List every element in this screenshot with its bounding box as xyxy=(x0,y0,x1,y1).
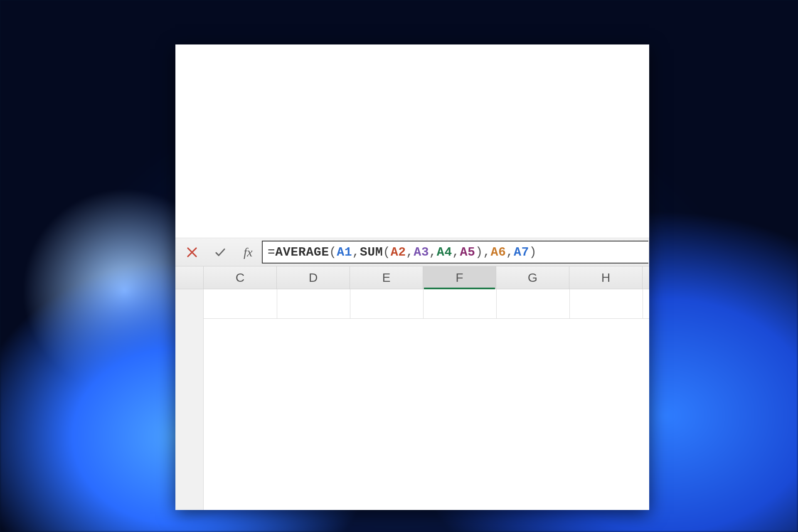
cancel-button[interactable] xyxy=(184,244,200,261)
formula-function: AVERAGE xyxy=(275,245,329,259)
gridline xyxy=(204,318,649,319)
gridline xyxy=(643,289,643,318)
formula-cellref: A3 xyxy=(414,245,429,259)
column-header-row: CDEFGH xyxy=(175,266,649,289)
column-header-f[interactable]: F xyxy=(423,266,496,289)
column-header-d[interactable]: D xyxy=(277,266,350,289)
column-header-label: E xyxy=(382,271,390,285)
formula-paren: ( xyxy=(329,245,337,259)
gridline xyxy=(569,289,570,318)
formula-separator: , xyxy=(483,245,491,259)
check-icon xyxy=(214,246,227,259)
grid-body[interactable] xyxy=(175,289,649,510)
formula-bar-controls: fx xyxy=(175,238,256,266)
formula-cellref: A7 xyxy=(514,245,529,259)
column-header-label: D xyxy=(309,271,318,285)
column-header-label: G xyxy=(528,271,537,285)
formula-cellref: A4 xyxy=(437,245,452,259)
formula-paren: ) xyxy=(475,245,483,259)
spreadsheet-window: fx =AVERAGE(A1,SUM(A2,A3,A4,A5),A6,A7) C… xyxy=(175,44,649,510)
fx-label: fx xyxy=(244,245,253,259)
column-header-h[interactable]: H xyxy=(569,266,643,289)
formula-paren: ) xyxy=(529,245,537,259)
formula-cellref: A1 xyxy=(337,245,352,259)
column-header-g[interactable]: G xyxy=(496,266,569,289)
formula-separator: , xyxy=(352,245,360,259)
formula-function: SUM xyxy=(360,245,383,259)
enter-button[interactable] xyxy=(212,244,229,261)
formula-input[interactable]: =AVERAGE(A1,SUM(A2,A3,A4,A5),A6,A7) xyxy=(262,241,648,264)
formula-text: = xyxy=(268,245,276,259)
gridline xyxy=(423,289,424,318)
row-header-gutter[interactable] xyxy=(175,289,204,510)
formula-cellref: A6 xyxy=(490,245,506,259)
column-header-label: F xyxy=(456,271,463,285)
column-header-e[interactable]: E xyxy=(350,266,423,289)
insert-function-button[interactable]: fx xyxy=(240,245,256,259)
column-header-label: H xyxy=(601,271,611,285)
column-header-label: C xyxy=(236,271,245,285)
blank-area-top xyxy=(175,44,649,238)
gridline xyxy=(496,289,497,318)
gridline xyxy=(350,289,350,318)
gridline xyxy=(277,289,277,318)
select-all-corner[interactable] xyxy=(175,266,204,289)
formula-separator: , xyxy=(429,245,437,259)
formula-cellref: A2 xyxy=(391,245,406,259)
column-header-c[interactable]: C xyxy=(204,266,277,289)
formula-separator: , xyxy=(452,245,460,259)
formula-paren: ( xyxy=(383,245,391,259)
close-icon xyxy=(186,246,198,259)
formula-separator: , xyxy=(406,245,414,259)
formula-bar: fx =AVERAGE(A1,SUM(A2,A3,A4,A5),A6,A7) xyxy=(175,238,649,266)
formula-cellref: A5 xyxy=(460,245,475,259)
formula-separator: , xyxy=(506,245,514,259)
